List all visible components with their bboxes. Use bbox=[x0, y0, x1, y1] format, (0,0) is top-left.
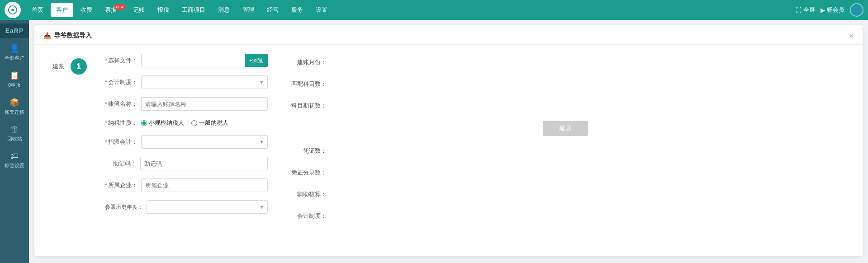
sidebar-item-tag-settings[interactable]: 🏷 标签设置 bbox=[0, 148, 29, 173]
file-select-row: *选择文件： +浏览 bbox=[105, 54, 268, 67]
history-year-label: 参照历史年度： bbox=[105, 203, 143, 211]
sidebar-logo: EaRP bbox=[0, 23, 29, 38]
nav-item-bookkeeping[interactable]: 记账 bbox=[128, 3, 150, 17]
nav-right: ⛶ 全屏 ▶ 畅会员 bbox=[796, 3, 863, 17]
tax-nature-radio-group: 小规模纳税人 一般纳税人 bbox=[141, 119, 228, 127]
member-btn[interactable]: ▶ 畅会员 bbox=[821, 6, 844, 14]
ledger-name-label: *账簿名称： bbox=[105, 100, 138, 108]
form-section: *选择文件： +浏览 *会计制度： bbox=[105, 54, 268, 231]
voucher-label: 凭证数： bbox=[286, 147, 327, 155]
nav-item-business[interactable]: 工商项目 bbox=[176, 3, 211, 17]
nav-items: 首页 客户 收费 票据 new 记账 报税 工商项目 消息 管理 经营 服务 设… bbox=[26, 3, 796, 17]
browse-button[interactable]: +浏览 bbox=[245, 54, 268, 67]
migration-icon: 📦 bbox=[9, 98, 19, 108]
close-button[interactable]: × bbox=[849, 32, 854, 40]
build-btn-row: 建账 bbox=[286, 121, 844, 136]
member-icon: ▶ bbox=[821, 7, 825, 14]
history-year-row: 参照历史年度： ▼ bbox=[105, 200, 268, 214]
ledger-name-input[interactable] bbox=[141, 97, 268, 111]
nav-item-operations[interactable]: 经营 bbox=[261, 3, 284, 17]
tax-small-radio-label[interactable]: 小规模纳税人 bbox=[141, 119, 184, 127]
file-input-group: +浏览 bbox=[141, 54, 268, 67]
subject-init-label: 科目期初数： bbox=[286, 102, 327, 110]
tax-nature-label: *纳税性质： bbox=[105, 119, 138, 127]
sidebar-item-zero-declaration[interactable]: 📋 0申报 bbox=[0, 67, 29, 92]
voucher-value bbox=[330, 144, 844, 158]
sidebar-item-account-migration[interactable]: 📦 账套迁移 bbox=[0, 94, 29, 119]
history-year-select[interactable] bbox=[147, 200, 268, 214]
memo-input[interactable] bbox=[140, 157, 268, 170]
match-subject-row: 匹配科目数： bbox=[286, 77, 844, 91]
avatar[interactable] bbox=[850, 3, 863, 17]
ledger-name-row: *账簿名称： bbox=[105, 97, 268, 111]
tax-general-radio-label[interactable]: 一般纳税人 bbox=[191, 119, 228, 127]
assign-accountant-label: *指派会计： bbox=[105, 138, 138, 146]
dialog-title: 📥 导爷数据导入 bbox=[43, 32, 92, 40]
accounting-system-select-wrapper: ▼ bbox=[141, 75, 268, 89]
build-account-button[interactable]: 建账 bbox=[543, 121, 588, 136]
info-accounting-system-value bbox=[330, 209, 844, 223]
accounting-system-label: *会计制度： bbox=[105, 78, 138, 86]
accounting-system-select[interactable] bbox=[141, 75, 268, 89]
month-value bbox=[330, 56, 844, 69]
nav-item-messages[interactable]: 消息 bbox=[213, 3, 235, 17]
sidebar: EaRP 👤 全部客户 📋 0申报 📦 账套迁移 🗑 回收站 🏷 标签设置 bbox=[0, 20, 29, 263]
nav-item-tax[interactable]: 报税 bbox=[152, 3, 175, 17]
declaration-icon: 📋 bbox=[9, 70, 19, 80]
subject-init-value bbox=[330, 99, 844, 113]
nav-item-settings[interactable]: 设置 bbox=[310, 3, 333, 17]
company-input[interactable] bbox=[141, 178, 268, 192]
nav-item-fees[interactable]: 收费 bbox=[75, 3, 98, 17]
month-label: 建账月份： bbox=[286, 58, 327, 66]
step-section: 建账 1 bbox=[52, 54, 87, 231]
top-navigation: 首页 客户 收费 票据 new 记账 报税 工商项目 消息 管理 经营 服务 设… bbox=[0, 0, 868, 20]
nav-item-manage[interactable]: 管理 bbox=[237, 3, 260, 17]
company-row: *所属企业： bbox=[105, 178, 268, 192]
subject-init-row: 科目期初数： bbox=[286, 99, 844, 113]
memo-label: 助记码： bbox=[105, 160, 137, 168]
company-label: *所属企业： bbox=[105, 181, 138, 189]
app-logo bbox=[5, 2, 21, 18]
recycle-icon: 🗑 bbox=[10, 125, 19, 134]
info-accounting-system-label: 会计制度： bbox=[286, 212, 327, 220]
nav-item-clients[interactable]: 客户 bbox=[51, 3, 73, 17]
tax-nature-row: *纳税性质： 小规模纳税人 一般纳税人 bbox=[105, 119, 268, 127]
import-icon: 📥 bbox=[43, 32, 51, 39]
memo-row: 助记码： bbox=[105, 157, 268, 170]
assign-accountant-select-wrapper: ▼ bbox=[141, 135, 268, 149]
info-section: 建账月份： 匹配科目数： 科目期初数： 建账 bbox=[286, 54, 844, 231]
main-content: 📥 导爷数据导入 × 建账 1 bbox=[29, 20, 868, 263]
aux-calc-label: 辅助核算： bbox=[286, 190, 327, 198]
file-path-input[interactable] bbox=[141, 54, 245, 67]
nav-item-home[interactable]: 首页 bbox=[26, 3, 49, 17]
aux-calc-row: 辅助核算： bbox=[286, 188, 844, 201]
match-subject-label: 匹配科目数： bbox=[286, 80, 327, 88]
month-row: 建账月份： bbox=[286, 56, 844, 69]
tax-general-radio[interactable] bbox=[191, 120, 197, 126]
info-accounting-system-row: 会计制度： bbox=[286, 209, 844, 223]
sidebar-item-all-clients[interactable]: 👤 全部客户 bbox=[0, 40, 29, 65]
nav-item-services[interactable]: 服务 bbox=[286, 3, 308, 17]
history-year-select-wrapper: ▼ bbox=[147, 200, 268, 214]
file-label: *选择文件： bbox=[105, 56, 138, 65]
new-badge: new bbox=[114, 4, 125, 9]
voucher-row: 凭证数： bbox=[286, 144, 844, 158]
clients-icon: 👤 bbox=[9, 43, 19, 53]
nav-item-invoices[interactable]: 票据 new bbox=[100, 3, 126, 17]
dialog-panel: 📥 导爷数据导入 × 建账 1 bbox=[34, 25, 863, 256]
tax-small-radio[interactable] bbox=[141, 120, 147, 126]
voucher-records-value bbox=[330, 166, 844, 179]
tag-icon: 🏷 bbox=[10, 151, 19, 161]
fullscreen-icon: ⛶ bbox=[796, 7, 802, 14]
assign-accountant-select[interactable] bbox=[141, 135, 268, 149]
voucher-records-label: 凭证分录数： bbox=[286, 169, 327, 177]
fullscreen-btn[interactable]: ⛶ 全屏 bbox=[796, 6, 815, 14]
voucher-records-row: 凭证分录数： bbox=[286, 166, 844, 179]
accounting-system-row: *会计制度： ▼ bbox=[105, 75, 268, 89]
step-circle: 1 bbox=[71, 58, 87, 75]
main-layout: EaRP 👤 全部客户 📋 0申报 📦 账套迁移 🗑 回收站 🏷 标签设置 bbox=[0, 20, 868, 263]
step-row: 建账 1 bbox=[52, 58, 87, 75]
sidebar-item-recycle[interactable]: 🗑 回收站 bbox=[0, 121, 29, 146]
dialog-body: 建账 1 *选择文件： +浏览 bbox=[34, 45, 863, 240]
dialog-header: 📥 导爷数据导入 × bbox=[34, 25, 863, 45]
